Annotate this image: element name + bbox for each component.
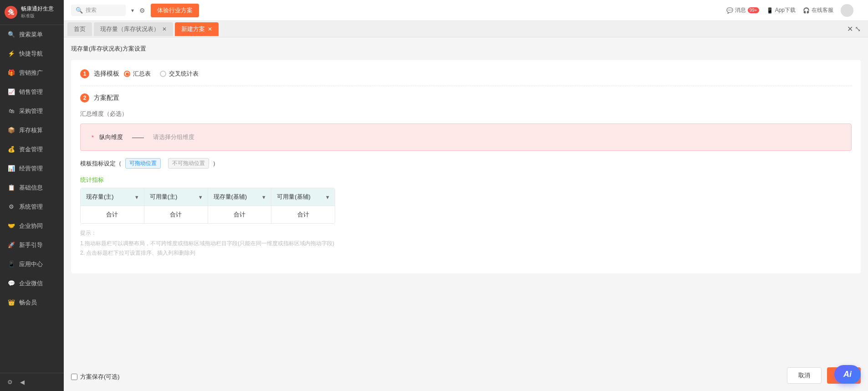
step2-badge: 2 bbox=[80, 93, 89, 103]
user-avatar[interactable] bbox=[841, 4, 853, 17]
indicator-settings: 模板指标设定（ 可拖动位置 不可拖动位置 ） bbox=[80, 158, 852, 169]
radio-cross[interactable]: 交叉统计表 bbox=[160, 70, 199, 78]
settings-card: 1 选择模板 汇总表 交叉统计表 bbox=[71, 60, 861, 273]
tab-new-plan[interactable]: 新建方案 ✕ bbox=[175, 22, 219, 36]
cancel-button[interactable]: 取消 bbox=[787, 367, 822, 384]
sidebar-item-label: 营销推广 bbox=[19, 69, 43, 77]
sidebar-item-quicknav[interactable]: ⚡ 快捷导航 bbox=[0, 44, 64, 63]
tab-new-plan-close[interactable]: ✕ bbox=[208, 26, 212, 32]
tips-section: 提示： 1.拖动标题栏可以调整布局，不可跨维度或指标区域拖动栏目字段(只能在同一… bbox=[80, 224, 852, 264]
topbar-dropdown[interactable]: ▾ bbox=[131, 7, 134, 14]
collapse-footer-icon[interactable]: ◀ bbox=[20, 379, 25, 386]
cell-current-main-value: 合计 bbox=[106, 211, 118, 219]
sidebar-nav: 🔍 搜索菜单 ⚡ 快捷导航 🎁 营销推广 📈 销售管理 🛍 采购管理 📦 库存核… bbox=[0, 25, 64, 373]
sidebar-item-system[interactable]: ⚙ 系统管理 bbox=[0, 197, 64, 216]
online-service-button[interactable]: 🎧 在线客服 bbox=[803, 6, 833, 14]
sidebar-item-collab[interactable]: 🤝 企业协同 bbox=[0, 216, 64, 236]
quicknav-icon: ⚡ bbox=[7, 50, 15, 58]
sidebar-item-inventory[interactable]: 📦 库存核算 bbox=[0, 121, 64, 140]
topbar-search-box[interactable]: 🔍 搜索 bbox=[71, 5, 126, 16]
sidebar-item-basics[interactable]: 📋 基础信息 bbox=[0, 178, 64, 197]
cell-current-main: 合计 bbox=[81, 206, 144, 223]
stats-section: 统计指标 现存量(主) ▾ 可用量(主) ▾ 现存量(基辅) bbox=[80, 176, 852, 224]
appcenter-icon: 📱 bbox=[7, 260, 15, 268]
phone-icon: 📱 bbox=[766, 7, 773, 14]
col-current-aux-label: 现存量(基辅) bbox=[214, 193, 247, 201]
messages-button[interactable]: 💬 消息 99+ bbox=[726, 6, 759, 14]
sidebar-item-member[interactable]: 👑 畅会员 bbox=[0, 293, 64, 312]
cell-available-main-value: 合计 bbox=[170, 211, 182, 219]
step1-badge: 1 bbox=[80, 69, 89, 78]
online-service-label: 在线客服 bbox=[812, 6, 833, 14]
finance-icon: 💰 bbox=[7, 145, 15, 154]
dimension-area[interactable]: * 纵向维度 —— 请选择分组维度 bbox=[80, 123, 852, 151]
radio-summary-label: 汇总表 bbox=[133, 70, 151, 78]
sidebar: 兔 畅康通好生意 标准版 🔍 搜索菜单 ⚡ 快捷导航 🎁 营销推广 📈 销售管理… bbox=[0, 0, 64, 391]
step1-row: 1 选择模板 汇总表 交叉统计表 bbox=[80, 69, 852, 78]
messages-badge: 99+ bbox=[748, 7, 759, 13]
save-checkbox[interactable] bbox=[71, 374, 77, 380]
messages-label: 消息 bbox=[735, 6, 746, 14]
col-current-aux-dropdown[interactable]: ▾ bbox=[262, 194, 266, 201]
cell-available-aux: 合计 bbox=[271, 206, 335, 223]
sidebar-item-sales[interactable]: 📈 销售管理 bbox=[0, 82, 64, 102]
tab-home[interactable]: 首页 bbox=[67, 22, 92, 36]
dimension-row: * 纵向维度 —— 请选择分组维度 bbox=[92, 133, 840, 141]
member-icon: 👑 bbox=[7, 298, 15, 307]
settings-footer-icon[interactable]: ⚙ bbox=[7, 379, 13, 386]
sidebar-item-label: 销售管理 bbox=[19, 88, 43, 96]
tab-inventory-label: 现存量（库存状况表） bbox=[100, 25, 159, 33]
col-current-main-dropdown[interactable]: ▾ bbox=[135, 194, 138, 201]
step-divider bbox=[80, 86, 852, 86]
cell-current-aux: 合计 bbox=[208, 206, 272, 223]
page-title: 现存量(库存状况表)方案设置 bbox=[71, 45, 861, 53]
cell-available-aux-value: 合计 bbox=[297, 211, 309, 219]
tab-home-label: 首页 bbox=[74, 25, 86, 33]
guide-icon: 🚀 bbox=[7, 241, 15, 249]
col-available-aux-dropdown[interactable]: ▾ bbox=[326, 194, 329, 201]
operations-icon: 📊 bbox=[7, 165, 15, 173]
tab-new-plan-label: 新建方案 bbox=[181, 25, 205, 33]
sidebar-item-marketing[interactable]: 🎁 营销推广 bbox=[0, 63, 64, 82]
topbar-gear-icon[interactable]: ⚙ bbox=[139, 7, 145, 14]
trial-button[interactable]: 体验行业方案 bbox=[151, 4, 199, 17]
sidebar-item-finance[interactable]: 💰 资金管理 bbox=[0, 140, 64, 159]
radio-cross-circle bbox=[160, 71, 166, 77]
radio-cross-label: 交叉统计表 bbox=[169, 70, 199, 78]
sidebar-item-operations[interactable]: 📊 经营管理 bbox=[0, 159, 64, 178]
tab-inventory-close[interactable]: ✕ bbox=[162, 26, 167, 32]
main-area: 🔍 搜索 ▾ ⚙ 体验行业方案 💬 消息 99+ 📱 App下载 🎧 在线客服 bbox=[64, 0, 868, 391]
logo-icon: 兔 bbox=[5, 6, 17, 19]
col-available-main-dropdown[interactable]: ▾ bbox=[199, 194, 202, 201]
col-available-main[interactable]: 可用量(主) ▾ bbox=[144, 188, 208, 206]
window-close-btn[interactable]: ✕ bbox=[847, 25, 853, 33]
sidebar-item-purchase[interactable]: 🛍 采购管理 bbox=[0, 102, 64, 121]
col-available-main-label: 可用量(主) bbox=[150, 193, 178, 201]
message-icon: 💬 bbox=[726, 7, 733, 14]
tips-item-1: 1.拖动标题栏可以调整布局，不可跨维度或指标区域拖动栏目字段(只能在同一维度或指… bbox=[80, 240, 852, 247]
radio-summary-dot bbox=[126, 72, 129, 76]
sidebar-item-appcenter[interactable]: 📱 应用中心 bbox=[0, 255, 64, 274]
col-current-aux[interactable]: 现存量(基辅) ▾ bbox=[208, 188, 272, 206]
window-expand-btn[interactable]: ⤡ bbox=[855, 25, 861, 33]
tips-item-2: 2. 点击标题栏下拉可设置排序、插入列和删除列 bbox=[80, 249, 852, 257]
dimension-dash: —— bbox=[132, 134, 144, 141]
sidebar-item-label: 资金管理 bbox=[19, 145, 43, 154]
sidebar-item-search[interactable]: 🔍 搜索菜单 bbox=[0, 25, 64, 44]
dimension-required-star: * bbox=[92, 134, 94, 141]
ai-bubble[interactable]: Ai bbox=[834, 365, 861, 384]
app-download-button[interactable]: 📱 App下载 bbox=[766, 6, 796, 14]
sidebar-item-label: 应用中心 bbox=[19, 260, 43, 268]
stats-table: 现存量(主) ▾ 可用量(主) ▾ 现存量(基辅) ▾ 可用量(基辅) bbox=[80, 188, 335, 224]
radio-summary[interactable]: 汇总表 bbox=[124, 70, 151, 78]
col-available-aux[interactable]: 可用量(基辅) ▾ bbox=[271, 188, 335, 206]
sidebar-item-guide[interactable]: 🚀 新手引导 bbox=[0, 236, 64, 255]
stats-table-body: 合计 合计 合计 合计 bbox=[81, 206, 335, 223]
topbar: 🔍 搜索 ▾ ⚙ 体验行业方案 💬 消息 99+ 📱 App下载 🎧 在线客服 bbox=[64, 0, 868, 21]
col-current-main[interactable]: 现存量(主) ▾ bbox=[81, 188, 144, 206]
sidebar-item-weixin[interactable]: 💬 企业微信 bbox=[0, 274, 64, 293]
tab-inventory[interactable]: 现存量（库存状况表） ✕ bbox=[94, 22, 173, 36]
save-option: 方案保存(可选) bbox=[71, 373, 120, 381]
weixin-icon: 💬 bbox=[7, 279, 15, 288]
sidebar-item-label: 新手引导 bbox=[19, 241, 43, 249]
